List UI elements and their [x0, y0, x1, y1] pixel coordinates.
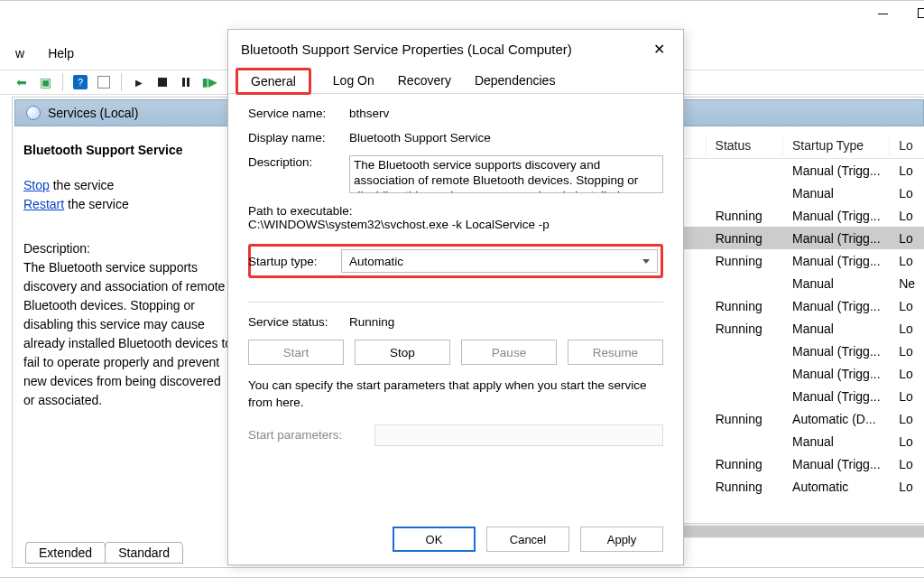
export-icon[interactable]: ▣	[35, 72, 55, 92]
pause-button: Pause	[461, 340, 557, 365]
cell-startup: Manual (Trigg...	[783, 455, 890, 473]
cell-logon: Lo	[890, 433, 924, 451]
cell-startup: Manual (Trigg...	[783, 229, 890, 247]
stop-link[interactable]: Stop	[23, 178, 50, 192]
cell-logon: Lo	[890, 320, 924, 338]
cell-logon: Lo	[890, 387, 924, 406]
tab-recovery[interactable]: Recovery	[396, 70, 453, 91]
cell-startup: Manual (Trigg...	[783, 342, 890, 360]
menu-help[interactable]: Help	[44, 44, 78, 62]
restart-line: Restart the service	[23, 195, 234, 214]
cell-startup: Manual (Trigg...	[783, 387, 890, 406]
cell-startup: Manual (Trigg...	[783, 252, 890, 270]
cell-status	[707, 169, 783, 172]
cell-startup: Manual (Trigg...	[783, 162, 890, 180]
cell-status: Running	[707, 320, 783, 338]
cell-startup: Automatic	[783, 478, 890, 496]
tab-dependencies[interactable]: Dependencies	[473, 70, 558, 91]
stop-button[interactable]: Stop	[355, 340, 450, 365]
cell-logon: Lo	[890, 162, 924, 180]
param-input	[374, 424, 663, 446]
restart-link[interactable]: Restart	[23, 197, 64, 211]
start-button: Start	[248, 340, 344, 365]
cell-status	[707, 395, 783, 398]
col-startup[interactable]: Startup Type	[783, 135, 890, 156]
properties-dialog: Bluetooth Support Service Properties (Lo…	[227, 29, 684, 565]
dialog-tabs: General Log On Recovery Dependencies	[228, 67, 683, 94]
gear-icon	[26, 106, 41, 120]
desc-text: The Bluetooth service supports discovery…	[23, 258, 234, 410]
cell-status	[707, 191, 783, 195]
cell-logon: Lo	[890, 297, 924, 315]
cell-logon: Lo	[890, 455, 924, 473]
path-value: C:\WINDOWS\system32\svchost.exe -k Local…	[248, 218, 663, 231]
col-status[interactable]: Status	[707, 135, 783, 156]
maximize-icon[interactable]	[918, 8, 924, 21]
cell-logon: Lo	[890, 229, 924, 247]
cell-status: Running	[707, 410, 783, 428]
status-value: Running	[349, 315, 394, 329]
cell-startup: Manual (Trigg...	[783, 207, 890, 225]
minimize-icon[interactable]	[878, 8, 891, 21]
display-name-label: Display name:	[248, 131, 349, 144]
stop-icon[interactable]	[152, 72, 172, 92]
cell-logon: Lo	[890, 184, 924, 202]
startup-type-select[interactable]: Automatic	[341, 249, 658, 273]
cell-startup: Manual	[783, 275, 890, 293]
cell-status: Running	[707, 297, 783, 315]
desc-label: Description:	[23, 239, 234, 258]
description-box[interactable]: The Bluetooth service supports discovery…	[349, 155, 663, 193]
resume-button: Resume	[568, 340, 663, 365]
menu-bar: w Help	[12, 44, 78, 62]
services-header-label: Services (Local)	[48, 106, 138, 120]
cell-logon: Lo	[890, 410, 924, 428]
tab-extended[interactable]: Extended	[25, 542, 106, 564]
cell-logon: Ne	[890, 275, 924, 293]
apply-button[interactable]: Apply	[580, 527, 663, 552]
cancel-button[interactable]: Cancel	[486, 527, 569, 552]
status-label: Service status:	[248, 315, 349, 329]
tab-general[interactable]: General	[236, 68, 311, 95]
cell-status: Running	[707, 252, 783, 270]
description-label: Description:	[248, 155, 349, 169]
service-name-label: Service name:	[248, 107, 349, 120]
cell-logon: Lo	[890, 365, 924, 383]
cell-logon: Lo	[890, 207, 924, 225]
cell-status	[707, 282, 783, 285]
back-icon[interactable]: ⬅	[12, 72, 32, 92]
display-name-value: Bluetooth Support Service	[349, 131, 663, 144]
tab-logon[interactable]: Log On	[331, 70, 376, 91]
cell-logon: Lo	[890, 478, 924, 496]
cell-status	[707, 350, 783, 353]
pause-icon[interactable]	[176, 72, 196, 92]
close-icon[interactable]: ✕	[648, 39, 670, 60]
path-label: Path to executable:	[248, 204, 663, 218]
param-label: Start parameters:	[248, 428, 374, 442]
menu-view[interactable]: w	[12, 44, 28, 62]
cell-status: Running	[707, 229, 783, 247]
cell-status: Running	[707, 478, 783, 496]
cell-startup: Manual (Trigg...	[783, 297, 890, 315]
tab-standard[interactable]: Standard	[105, 542, 183, 564]
ok-button[interactable]: OK	[393, 527, 476, 552]
cell-startup: Manual	[783, 184, 890, 202]
col-logon[interactable]: Lo	[890, 135, 924, 156]
cell-logon: Lo	[890, 342, 924, 360]
detail-panel: Bluetooth Support Service Stop the servi…	[13, 132, 245, 538]
cell-logon: Lo	[890, 252, 924, 270]
stop-line: Stop the service	[23, 176, 234, 195]
hint-text: You can specify the start parameters tha…	[248, 378, 663, 412]
startup-label: Startup type:	[248, 255, 341, 268]
detail-title: Bluetooth Support Service	[23, 141, 234, 160]
cell-startup: Manual	[783, 320, 890, 338]
cell-status	[707, 372, 783, 376]
cell-status: Running	[707, 207, 783, 225]
dialog-title: Bluetooth Support Service Properties (Lo…	[241, 42, 572, 57]
cell-startup: Manual (Trigg...	[783, 365, 890, 383]
listview-icon[interactable]	[94, 72, 114, 92]
restart-icon[interactable]: ▮▶	[199, 72, 219, 92]
help-icon[interactable]: ?	[70, 72, 90, 92]
bottom-tabs: Extended Standard	[25, 542, 182, 564]
play-icon[interactable]: ▶	[129, 72, 149, 92]
cell-startup: Manual	[783, 433, 890, 451]
